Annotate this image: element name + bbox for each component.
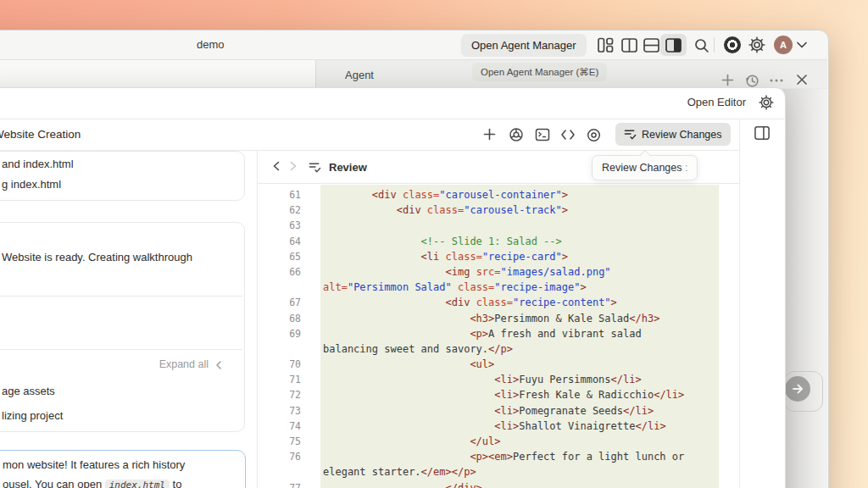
split-rows-icon[interactable] [643,36,660,54]
open-agent-manager-button[interactable]: Open Agent Manager [461,34,587,57]
send-arrow-button[interactable] [785,376,810,402]
line-number [257,341,320,357]
line-number: 67 [257,295,320,310]
titlebar-divider [714,37,715,53]
editor-gear-icon[interactable] [759,95,774,110]
eye-icon[interactable] [586,127,602,143]
code-row: 63 [257,218,739,233]
step-item[interactable]: age assets [2,385,55,397]
window-title: demo [197,38,225,51]
avatar[interactable]: A [774,36,793,54]
code-icon[interactable] [559,127,576,142]
close-icon[interactable] [795,73,809,86]
open-editor-button[interactable]: Open Editor [653,96,746,108]
split-columns-icon[interactable] [620,36,638,54]
code-row: 73 <li>Pomegranate Seeds</li> [257,403,739,419]
code-line: <img src="images/salad.png" [320,264,611,280]
line-number: 62 [257,202,320,218]
code-line: <div class="carousel-track"> [320,202,568,218]
list-check-icon [624,128,637,141]
nav-back-icon[interactable] [271,160,281,172]
nav-forward-icon[interactable] [288,160,298,172]
browser-icon[interactable] [508,126,525,143]
chat-message-line1: mon website! It features a rich history [3,458,185,471]
more-icon[interactable] [769,78,784,83]
line-number: 71 [257,372,320,387]
sidebar-right-toggle[interactable] [660,34,687,56]
code-row: 64 <!-- Slide 1: Salad --> [257,234,739,249]
line-number: 63 [257,218,320,233]
header-divider [0,119,784,119]
review-changes-label: Review Changes [642,129,722,141]
line-number: 64 [257,234,320,249]
code-line: <!-- Slide 1: Salad --> [320,234,562,249]
new-session-plus-icon[interactable] [482,127,497,141]
code-line: <div class="carousel-container"> [320,187,568,202]
code-row: 68 <h3>Persimmon & Kale Salad</h3> [257,311,739,326]
code-line [320,218,323,233]
file-item[interactable]: and index.html [2,158,74,170]
line-number: 75 [257,434,320,449]
code-row: 71 <li>Fuyu Persimmons</li> [257,372,739,387]
code-row: 75 </ul> [257,434,739,449]
timeline-divider [0,296,242,297]
status-message: Website is ready. Creating walkthrough [2,251,192,263]
search-icon[interactable] [693,37,710,54]
sidebar-right-icon [665,36,682,54]
code-row: 76 <p><em>Perfect for a light lunch or [257,449,739,464]
code-line: <li>Shallot Vinaigrette</li> [320,419,666,434]
code-row: 70 <ul> [257,357,739,372]
review-tooltip-hint: : [685,162,687,174]
code-row: 67 <div class="recipe-content"> [257,295,739,310]
tab-agent[interactable]: Agent [345,69,374,81]
review-pane-title: Review [329,161,367,174]
chat-message-line2: ousel. You can open index.html to [3,478,181,488]
line-number [257,464,320,480]
chevron-down-icon[interactable] [796,41,808,49]
session-title: Website Creation [0,128,81,141]
code-line: <li>Fuyu Persimmons</li> [320,372,642,387]
inline-code-chip: index.html [105,480,170,488]
code-row: 61 <div class="carousel-container"> [257,187,739,202]
terminal-icon[interactable] [534,126,551,143]
file-item[interactable]: g index.html [2,178,61,191]
code-row: elegant starter.</em></p> [257,464,739,480]
panel-toggle-icon[interactable] [754,125,771,141]
line-number: 61 [257,187,320,202]
line-number: 68 [257,311,320,326]
agent-manager-tooltip: Open Agent Manager (⌘E) [472,63,607,81]
rail-divider [739,119,740,488]
history-icon[interactable] [744,73,760,88]
line-number: 74 [257,419,320,434]
line-number [257,280,320,295]
code-row: 77 </div> [257,480,739,488]
code-line: <ul> [320,357,494,372]
code-line: <p><em>Perfect for a light lunch or [320,449,684,464]
line-number: 69 [257,326,320,341]
code-row: 66 <img src="images/salad.png" [257,264,739,280]
code-line: <li class="recipe-card"> [320,249,568,264]
expand-all-button[interactable]: Expand all [124,358,209,370]
line-number: 77 [257,480,320,488]
browser-logo-icon[interactable] [724,36,741,53]
line-number: 66 [257,264,320,280]
code-row: 69 <p>A fresh and vibrant salad [257,326,739,341]
step-item[interactable]: lizing project [2,409,63,422]
plus-icon[interactable] [721,73,735,87]
code-row: balancing sweet and savory.</p> [257,341,739,357]
gear-icon[interactable] [748,36,765,53]
expand-chevron-icon[interactable] [214,360,223,370]
code-row: 62 <div class="carousel-track"> [257,202,739,218]
desktop: demo Open Agent Manager A [0,0,868,488]
tab-active-pane[interactable] [0,60,316,88]
line-number: 70 [257,357,320,372]
review-changes-button[interactable]: Review Changes [615,123,731,146]
code-line: balancing sweet and savory.</p> [320,341,513,357]
code-line: alt="Persimmon Salad" class="recipe-imag… [320,280,587,295]
line-number: 72 [257,387,320,402]
chat-line2-prefix: ousel. You can open [3,478,105,488]
review-tooltip-label: Review Changes [602,162,682,174]
code-line: <li>Fresh Kale & Radicchio</li> [320,387,684,402]
layout-grid-icon[interactable] [597,36,615,54]
background-pane-strip [782,89,827,488]
